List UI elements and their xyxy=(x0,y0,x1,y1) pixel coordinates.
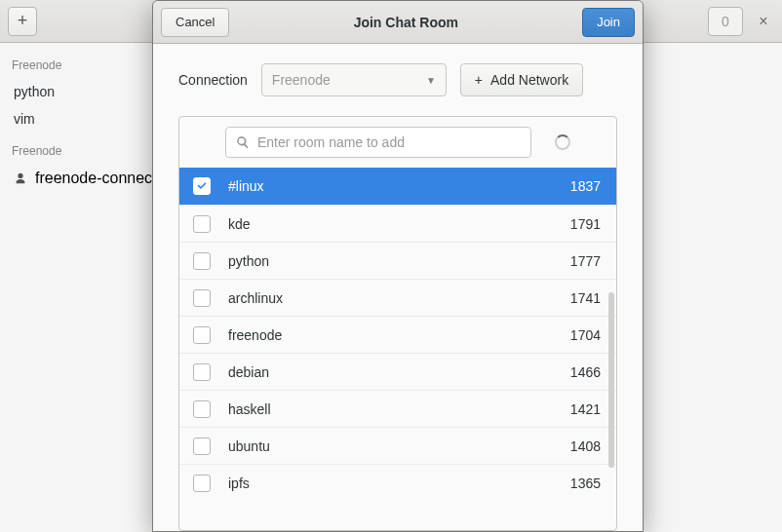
room-count: 1365 xyxy=(570,475,601,491)
room-row[interactable]: archlinux1741 xyxy=(179,279,616,316)
cancel-button[interactable]: Cancel xyxy=(161,8,229,37)
room-row[interactable]: debian1466 xyxy=(179,353,616,390)
room-count: 1837 xyxy=(570,178,601,194)
chevron-down-icon: ▼ xyxy=(426,75,436,86)
room-name: #linux xyxy=(228,178,553,194)
dialog-header: Cancel Join Chat Room Join xyxy=(153,1,643,44)
checkbox[interactable] xyxy=(193,215,211,233)
checkbox[interactable] xyxy=(193,177,211,195)
dialog-title: Join Chat Room xyxy=(229,15,582,30)
search-box[interactable] xyxy=(225,127,531,158)
room-row[interactable]: python1777 xyxy=(179,242,616,279)
room-name: haskell xyxy=(228,401,553,417)
room-row[interactable]: #linux1837 xyxy=(179,168,616,205)
room-row[interactable]: ubuntu1408 xyxy=(179,427,616,464)
room-name: ipfs xyxy=(228,475,553,491)
plus-icon: + xyxy=(475,72,483,88)
room-count: 1408 xyxy=(570,438,601,454)
room-name: archlinux xyxy=(228,290,553,306)
room-count: 1777 xyxy=(570,253,601,269)
join-chat-dialog: Cancel Join Chat Room Join Connection Fr… xyxy=(152,0,644,532)
room-list-frame: #linux1837kde1791python1777archlinux1741… xyxy=(178,116,617,531)
room-count: 1741 xyxy=(570,290,601,306)
room-name: freenode xyxy=(228,327,553,343)
connection-dropdown[interactable]: Freenode ▼ xyxy=(261,63,447,96)
room-name: debian xyxy=(228,364,553,380)
room-count: 1421 xyxy=(570,401,601,417)
connection-label: Connection xyxy=(178,72,248,88)
room-count: 1466 xyxy=(570,364,601,380)
checkbox[interactable] xyxy=(193,363,211,381)
connection-value: Freenode xyxy=(272,72,331,88)
search-row xyxy=(179,117,616,168)
loading-spinner-icon xyxy=(555,134,570,150)
search-input[interactable] xyxy=(257,134,521,150)
close-button[interactable]: × xyxy=(753,11,774,32)
room-name: ubuntu xyxy=(228,438,553,454)
room-count: 1704 xyxy=(570,327,601,343)
notification-count[interactable]: 0 xyxy=(708,7,743,36)
room-list[interactable]: #linux1837kde1791python1777archlinux1741… xyxy=(179,168,616,530)
checkbox[interactable] xyxy=(193,326,211,344)
add-network-button[interactable]: + Add Network xyxy=(460,63,583,96)
connection-row: Connection Freenode ▼ + Add Network xyxy=(178,63,617,96)
join-button[interactable]: Join xyxy=(582,8,635,37)
room-name: python xyxy=(228,253,553,269)
room-row[interactable]: freenode1704 xyxy=(179,316,616,353)
room-row[interactable]: ipfs1365 xyxy=(179,464,616,501)
add-network-label: Add Network xyxy=(490,72,568,88)
checkbox[interactable] xyxy=(193,475,211,492)
room-count: 1791 xyxy=(570,216,601,232)
add-button[interactable]: + xyxy=(8,7,37,36)
checkbox[interactable] xyxy=(193,437,211,455)
scrollbar-thumb[interactable] xyxy=(608,292,614,468)
room-row[interactable]: kde1791 xyxy=(179,205,616,242)
room-name: kde xyxy=(228,216,553,232)
checkbox[interactable] xyxy=(193,252,211,270)
checkbox[interactable] xyxy=(193,400,211,418)
search-icon xyxy=(236,135,250,149)
checkbox[interactable] xyxy=(193,289,211,307)
room-row[interactable]: haskell1421 xyxy=(179,390,616,427)
